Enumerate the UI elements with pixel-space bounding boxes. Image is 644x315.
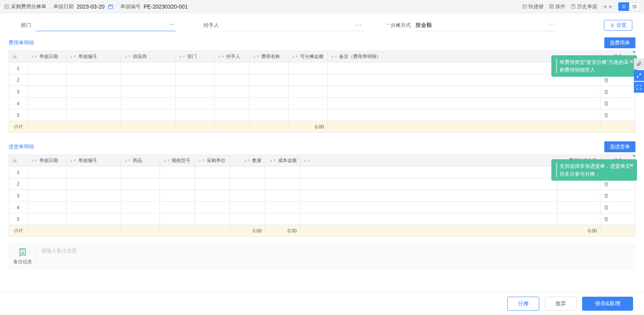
stock-col-date[interactable]: ▲▼单据日期 — [28, 155, 67, 167]
top-bar: 采购费用分摊单 单据日期 2023-03-20 单据编号 PE-20230320… — [0, 0, 644, 13]
handler-label: 经手人 — [199, 22, 219, 29]
table-row[interactable]: 2 — [9, 74, 635, 86]
stock-col-gear[interactable] — [9, 155, 28, 167]
row-index: 1 — [9, 167, 28, 178]
dept-input[interactable] — [36, 21, 176, 30]
ellipsis-icon[interactable]: ··· — [355, 22, 362, 28]
table-row[interactable]: 5 — [9, 213, 635, 225]
delete-icon[interactable] — [604, 77, 632, 83]
handler-input[interactable] — [223, 21, 364, 30]
fee-table: ▲▼单据日期 ▲▼单据编号 ▲▼供应商 ▲▼部门 ▲▼经手人 ▲▼费用名称 ▲▼… — [9, 51, 635, 133]
svg-rect-10 — [633, 7, 634, 8]
doc-date-field[interactable]: 单据日期 2023-03-20 — [53, 3, 113, 10]
row-index: 4 — [9, 98, 28, 109]
side-attach-icon[interactable] — [634, 58, 644, 69]
table-row[interactable]: 1 — [9, 63, 635, 74]
side-expand-icon[interactable] — [634, 70, 644, 81]
fee-tip-text: 将费用类型“是否分摊”为是的采购费用明细带入 — [560, 58, 632, 74]
row-index: 2 — [9, 178, 28, 190]
stock-tip: 支持选择多张进货单，进货单支持多次参与分摊； ✕ — [551, 159, 637, 181]
delete-icon[interactable] — [604, 101, 632, 106]
shortcut-label: 快捷键 — [528, 3, 544, 10]
fee-col-supplier[interactable]: ▲▼供应商 — [121, 51, 176, 63]
settings-button[interactable]: 设置 — [604, 20, 632, 31]
svg-rect-5 — [550, 7, 551, 9]
delete-icon[interactable] — [604, 193, 632, 199]
table-row[interactable]: 1 — [9, 167, 635, 178]
remarks-label-block: 备注信息 — [9, 243, 37, 270]
ops-button[interactable]: 操作 — [549, 3, 565, 10]
fee-col-name[interactable]: ▲▼费用名称 — [250, 51, 289, 63]
svg-rect-3 — [550, 5, 551, 6]
fee-col-dept[interactable]: ▲▼部门 — [176, 51, 215, 63]
remarks-input-wrap[interactable] — [37, 243, 635, 270]
delete-icon[interactable] — [604, 113, 632, 118]
side-fullscreen-icon[interactable] — [634, 82, 644, 93]
dept-field: 部门 ﹀ — [12, 19, 176, 31]
close-icon[interactable]: ✕ — [629, 58, 634, 66]
stock-col-spec[interactable]: ▲▼规格型号 — [160, 155, 195, 167]
fee-col-no[interactable]: ▲▼单据编号 — [67, 51, 121, 63]
next-doc-icon[interactable]: ▶ — [609, 4, 613, 9]
row-index: 3 — [9, 86, 28, 98]
view-card-button[interactable] — [629, 2, 640, 11]
stock-subtotal-alloc: 0.00 — [558, 225, 600, 237]
row-index: 4 — [9, 202, 28, 213]
stock-col-no[interactable]: ▲▼单据编号 — [67, 155, 121, 167]
stock-col-cost[interactable]: ▲▼成本金额 — [265, 155, 300, 167]
view-toggle — [618, 2, 640, 11]
table-row[interactable]: 2 — [9, 178, 635, 190]
row-index: 1 — [9, 63, 28, 74]
fee-col-handler[interactable]: ▲▼经手人 — [215, 51, 250, 63]
remarks-label: 备注信息 — [13, 259, 32, 265]
close-icon[interactable]: ✕ — [629, 162, 634, 170]
delete-icon[interactable] — [604, 181, 632, 187]
fee-col-amount[interactable]: ▲▼可分摊金额 — [289, 51, 327, 63]
stock-table: ▲▼单据日期 ▲▼单据编号 ▲▼商品 ▲▼规格型号 ▲▼采购单位 ▲▼数量 ▲▼… — [9, 155, 635, 237]
table-row[interactable]: 5 — [9, 109, 635, 121]
fee-col-gear[interactable] — [9, 51, 28, 63]
dept-input-wrap[interactable]: ﹀ — [36, 19, 176, 31]
doc-date-value: 2023-03-20 — [77, 4, 105, 10]
stock-section: 进货单明细 选进货单 ▲▼单据日期 ▲▼单据编号 ▲▼商品 ▲▼规格型号 ▲▼采… — [0, 141, 644, 237]
table-row[interactable]: 4 — [9, 202, 635, 213]
select-stock-button[interactable]: 选进货单 — [604, 141, 635, 152]
delete-icon[interactable] — [604, 216, 632, 222]
svg-rect-9 — [635, 5, 637, 6]
stock-subtotal-cost: 0.00 — [265, 225, 300, 237]
fee-col-date[interactable]: ▲▼单据日期 — [28, 51, 67, 63]
stock-col-qty[interactable]: ▲▼数量 — [230, 155, 265, 167]
handler-input-wrap[interactable]: ··· — [223, 19, 364, 31]
svg-rect-4 — [552, 5, 554, 6]
delete-icon[interactable] — [604, 205, 632, 210]
stock-subtotal-label: 小计 — [9, 225, 28, 237]
history-button[interactable]: 历史单据 — [571, 3, 597, 10]
row-index: 5 — [9, 213, 28, 225]
form-row: 部门 ﹀ 经手人 ··· *分摊方式 ﹀ 设置 — [0, 13, 644, 35]
doc-type-text: 采购费用分摊单 — [11, 3, 46, 10]
calendar-icon[interactable] — [108, 4, 113, 9]
dept-label: 部门 — [12, 22, 31, 29]
remarks-input[interactable] — [41, 248, 631, 253]
fee-section-title: 费用单明细 — [9, 39, 34, 46]
table-row[interactable]: 4 — [9, 98, 635, 109]
stock-col-goods[interactable]: ▲▼商品 — [121, 155, 160, 167]
stock-col-blank[interactable]: ▲▼ — [300, 155, 558, 167]
method-input-wrap[interactable]: ﹀ — [415, 19, 556, 31]
gear-icon — [610, 23, 615, 28]
shortcut-button[interactable]: 快捷键 — [522, 3, 544, 10]
prev-doc-icon[interactable]: ◀ — [603, 4, 607, 9]
chevron-down-icon[interactable]: ﹀ — [549, 22, 554, 29]
svg-point-12 — [612, 25, 613, 26]
table-row[interactable]: 3 — [9, 86, 635, 98]
chevron-down-icon[interactable]: ﹀ — [169, 22, 174, 29]
view-list-button[interactable] — [618, 2, 629, 11]
delete-icon[interactable] — [604, 89, 632, 95]
history-label: 历史单据 — [577, 3, 597, 10]
select-fee-button[interactable]: 选费用单 — [604, 37, 635, 48]
fee-section: 费用单明细 选费用单 ▲▼单据日期 ▲▼单据编号 ▲▼供应商 ▲▼部门 ▲▼经手… — [0, 37, 644, 133]
stock-col-unit[interactable]: ▲▼采购单位 — [195, 155, 230, 167]
doc-no-label: 单据编号 — [120, 3, 141, 10]
method-input[interactable] — [415, 21, 556, 30]
table-row[interactable]: 3 — [9, 190, 635, 202]
